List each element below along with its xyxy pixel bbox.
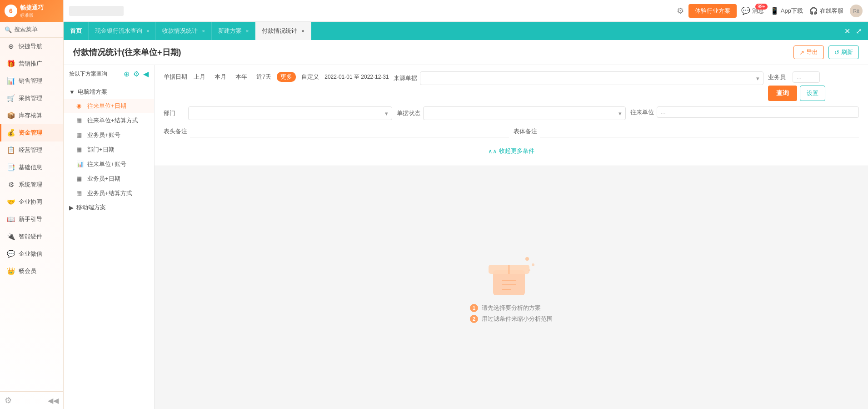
empty-icon-svg (484, 252, 539, 298)
chevron-down-icon: ▼ (69, 89, 75, 96)
sidebar-item-inventory[interactable]: 📦 库存核算 (0, 107, 63, 124)
tab-home[interactable]: 首页 (64, 22, 89, 40)
tab-payment-stat-close[interactable]: × (301, 28, 304, 34)
source-select[interactable]: ▾ (420, 71, 763, 85)
online-service-link[interactable]: 🎧 在线客服 (809, 7, 843, 15)
message-button[interactable]: 💬 消息 99+ (741, 6, 764, 15)
scheme-add-button[interactable]: ⊕ (124, 70, 130, 78)
chevron-right-icon: ▶ (69, 204, 74, 211)
filter-source-item: 来源单据 ▾ (394, 71, 763, 85)
tab-expand-button[interactable]: ⤢ (854, 25, 863, 37)
date-label: 单据日期 (164, 73, 187, 81)
dept-label: 部门 (164, 109, 185, 117)
sidebar-item-operations[interactable]: 📋 经营管理 (0, 141, 63, 159)
salesman-input[interactable]: ... (793, 71, 820, 83)
sidebar-item-purchase[interactable]: 🛒 采购管理 (0, 90, 63, 107)
scheme-item-staff-date[interactable]: ▦ 业务员+日期 (64, 172, 154, 186)
app-download-link[interactable]: 📱 App下载 (770, 7, 803, 15)
scheme-item-staff-account[interactable]: ▦ 业务员+账号 (64, 128, 154, 142)
partner-account-icon: 📊 (76, 161, 84, 168)
tabbar: 首页 现金银行流水查询 × 收款情况统计 × 新建方案 × 付款情况统计 × ✕… (64, 22, 868, 40)
export-button[interactable]: ↗ 导出 (793, 45, 824, 59)
sidebar-item-marketing[interactable]: 🎁 营销推广 (0, 55, 63, 72)
query-button[interactable]: 查询 (768, 86, 797, 101)
filter-row-3: 表头备注 表体备注 (164, 126, 859, 137)
footer-collapse-icon[interactable]: ◀◀ (48, 396, 59, 405)
date-this-year[interactable]: 本年 (232, 71, 251, 82)
tab-payment-stat[interactable]: 付款情况统计 × (255, 22, 311, 40)
date-custom[interactable]: 自定义 (298, 71, 323, 82)
svg-point-4 (532, 263, 534, 266)
filter-body-note-item: 表体备注 (514, 126, 859, 137)
try-industry-button[interactable]: 体验行业方案 (688, 4, 737, 18)
sidebar-header: 6 畅捷通巧 标准版 (0, 0, 63, 22)
svg-point-3 (525, 257, 529, 261)
partner-input[interactable]: ... (657, 106, 859, 118)
basics-icon: 📑 (7, 163, 15, 172)
empty-illustration (484, 252, 539, 298)
date-last-month[interactable]: 上月 (190, 71, 209, 82)
topbar-right: 💬 消息 99+ 📱 App下载 🎧 在线客服 Rit (741, 5, 863, 17)
setting-button[interactable]: 设置 (800, 86, 825, 101)
inventory-icon: 📦 (7, 111, 15, 120)
sidebar-item-hardware[interactable]: 🔌 智能硬件 (0, 228, 63, 245)
scheme-collapse-button[interactable]: ◀ (143, 70, 149, 78)
scheme-group-mobile: ▶ 移动端方案 (64, 201, 154, 214)
refresh-button[interactable]: ↺ 刷新 (828, 45, 859, 59)
sidebar-item-capital[interactable]: 💰 资金管理 (0, 124, 63, 141)
topbar-settings-icon[interactable]: ⚙ (677, 6, 684, 16)
scheme-item-partner-account[interactable]: 📊 往来单位+账号 (64, 157, 154, 172)
message-badge: 99+ (755, 4, 768, 10)
filter-date-item: 单据日期 上月 本月 本年 近7天 更多 自定义 2022-01-01 至 20… (164, 71, 389, 82)
sidebar-footer: ⚙ ◀◀ (0, 391, 63, 409)
user-avatar[interactable]: Rit (850, 5, 863, 17)
refresh-icon: ↺ (834, 49, 839, 56)
page: 付款情况统计(往来单位+日期) ↗ 导出 ↺ 刷新 按以下方案查询 ⊕ (64, 40, 868, 409)
scheme-settings-button[interactable]: ⚙ (133, 70, 140, 78)
body-note-input[interactable] (540, 126, 859, 137)
step-1-number: 1 (470, 304, 478, 312)
salesman-label: 业务员 (768, 73, 790, 81)
filter-salesman-item: 业务员 ... (768, 71, 859, 83)
header-note-input[interactable] (190, 126, 509, 137)
scheme-item-partner-date[interactable]: ◉ 往来单位+日期 (64, 99, 154, 113)
guide-icon: 📖 (7, 215, 15, 223)
tab-new-scheme[interactable]: 新建方案 × (212, 22, 255, 40)
scheme-item-partner-payment[interactable]: ▦ 往来单位+结算方式 (64, 113, 154, 128)
tab-new-scheme-close[interactable]: × (246, 28, 249, 34)
footer-settings-icon[interactable]: ⚙ (5, 395, 12, 405)
tab-receipt-stat[interactable]: 收款情况统计 × (156, 22, 211, 40)
tab-bank-flow-close[interactable]: × (146, 28, 149, 34)
scheme-group-mobile-title[interactable]: ▶ 移动端方案 (64, 201, 154, 214)
tabbar-actions: ✕ ⤢ (838, 25, 868, 37)
doc-status-select[interactable]: ▾ (423, 106, 625, 120)
scheme-group-desktop-title[interactable]: ▼ 电脑端方案 (64, 85, 154, 99)
sidebar-item-quick-nav[interactable]: ⊕ 快捷导航 (0, 38, 63, 55)
dept-select[interactable]: ▾ (188, 106, 392, 120)
filter-header-note-item: 表头备注 (164, 126, 509, 137)
sidebar-item-system[interactable]: ⚙ 系统管理 (0, 176, 63, 193)
collapse-conditions-button[interactable]: ∧∧ 收起更多条件 (484, 145, 539, 157)
hardware-icon: 🔌 (7, 232, 15, 241)
filter-dept-item: 部门 ▾ (164, 106, 392, 120)
wechat-icon: 💬 (7, 250, 15, 258)
date-more[interactable]: 更多 (277, 72, 296, 82)
sidebar-item-wechat[interactable]: 💬 企业微信 (0, 245, 63, 263)
tab-close-all-button[interactable]: ✕ (843, 25, 852, 37)
tab-receipt-stat-close[interactable]: × (202, 28, 205, 34)
message-icon: 💬 (741, 6, 750, 15)
sidebar-item-basics[interactable]: 📑 基础信息 (0, 159, 63, 176)
sales-icon: 📊 (7, 77, 15, 85)
scheme-item-staff-payment[interactable]: ▦ 业务员+结算方式 (64, 186, 154, 201)
sidebar-item-guide[interactable]: 📖 新手引导 (0, 211, 63, 228)
sidebar-item-sales[interactable]: 📊 销售管理 (0, 72, 63, 90)
collapse-row: ∧∧ 收起更多条件 (164, 143, 859, 159)
tab-bank-flow[interactable]: 现金银行流水查询 × (89, 22, 156, 40)
filter-partner-item: 往来单位 ... (630, 106, 859, 118)
date-last-7[interactable]: 近7天 (253, 71, 275, 82)
sidebar-item-member[interactable]: 👑 畅会员 (0, 263, 63, 280)
scheme-item-dept-date[interactable]: ▦ 部门+日期 (64, 142, 154, 157)
sidebar-item-enterprise[interactable]: 🤝 企业协同 (0, 193, 63, 211)
date-this-month[interactable]: 本月 (211, 71, 230, 82)
search-menu[interactable]: 🔍 搜索菜单 (0, 22, 63, 38)
